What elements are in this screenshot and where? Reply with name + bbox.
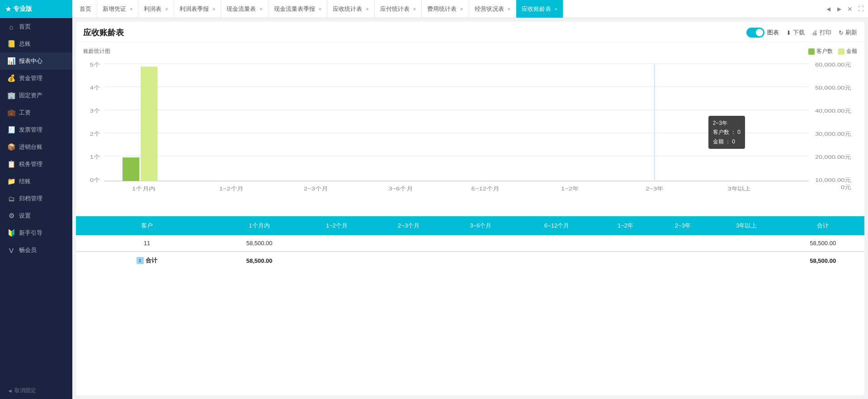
- tab-biz[interactable]: 经营状况表×: [469, 0, 516, 18]
- svg-text:40,000.00元: 40,000.00元: [815, 108, 851, 114]
- svg-text:3年以上: 3年以上: [728, 186, 751, 192]
- col-month23: 2~3个月: [373, 216, 445, 235]
- sidebar-item-label: 新手引导: [19, 229, 42, 237]
- sidebar-item-settings[interactable]: ⚙设置: [0, 207, 72, 224]
- footer-cell-2: [301, 252, 373, 269]
- total-icon: Σ: [137, 257, 144, 264]
- table-header-row: 客户 1个月内 1~2个月 2~3个月 3~6个月 6~12个月 1~2年 2~…: [76, 216, 864, 235]
- sidebar-item-reports[interactable]: 📊报表中心: [0, 52, 72, 70]
- col-year23: 2~3年: [654, 216, 712, 235]
- svg-text:2个: 2个: [90, 131, 100, 137]
- chart-title: 账龄统计图: [83, 48, 857, 55]
- svg-text:60,000.00元: 60,000.00元: [815, 62, 851, 68]
- close-tab-cashflow_q-button[interactable]: ×: [319, 6, 321, 12]
- close-tab-voucher-button[interactable]: ×: [130, 6, 132, 12]
- tab-label-ar_aging: 应收账龄表: [522, 5, 551, 13]
- close-tab-ap_stat-button[interactable]: ×: [413, 6, 416, 12]
- table-cell-r0-c7: [654, 235, 712, 252]
- bar-customer-month1: [123, 157, 139, 181]
- sidebar-item-label: 归档管理: [19, 195, 42, 203]
- logo-icon: ★: [5, 5, 11, 13]
- tab-prev-button[interactable]: ◀: [823, 0, 834, 18]
- sidebar-item-label: 结账: [19, 177, 31, 185]
- sidebar-item-ledger[interactable]: 📒总账: [0, 35, 72, 52]
- tab-ar_stat[interactable]: 应收统计表×: [327, 0, 374, 18]
- sidebar-item-label: 畅会员: [19, 246, 37, 254]
- footer-cell-9: 58,500.00: [781, 252, 864, 269]
- bar-amount-month1: [141, 66, 157, 181]
- funds-icon: 💰: [7, 74, 15, 82]
- tab-ap_stat[interactable]: 应付统计表×: [375, 0, 422, 18]
- sidebar-item-label: 报表中心: [19, 57, 42, 65]
- tab-voucher[interactable]: 新增凭证×: [97, 0, 138, 18]
- tab-profit_q[interactable]: 利润表季报×: [174, 0, 221, 18]
- settings-icon: ⚙: [7, 212, 15, 220]
- tab-cashflow_q[interactable]: 现金流量表季报×: [269, 0, 327, 18]
- legend-customer-dot: [808, 48, 815, 55]
- sidebar-item-label: 工资: [19, 109, 31, 117]
- sidebar-item-tax[interactable]: 📋税务管理: [0, 156, 72, 173]
- tab-next-button[interactable]: ▶: [834, 0, 844, 18]
- collapse-sidebar-button[interactable]: ◄ 取消固定: [0, 382, 72, 399]
- total-label: Σ 合计: [137, 256, 157, 265]
- footer-cell-0: Σ 合计: [76, 252, 218, 269]
- chart-container: 5个 4个 3个 2个 1个 0个 60,000.00元 50,000.00元 …: [83, 57, 857, 211]
- close-tab-expense-button[interactable]: ×: [460, 6, 463, 12]
- ledger-icon: 📒: [7, 40, 15, 48]
- tab-expense[interactable]: 费用统计表×: [422, 0, 469, 18]
- download-icon: ⬇: [786, 29, 791, 36]
- close-tab-profit-button[interactable]: ×: [165, 6, 168, 12]
- close-tab-ar_aging-button[interactable]: ×: [555, 6, 557, 12]
- page-title: 应收账龄表: [83, 27, 124, 38]
- tab-profit[interactable]: 利润表×: [138, 0, 174, 18]
- sidebar-item-member[interactable]: V畅会员: [0, 242, 72, 259]
- close-tab-cashflow-button[interactable]: ×: [259, 6, 262, 12]
- refresh-button[interactable]: ↻ 刷新: [839, 28, 857, 37]
- sidebar-item-payroll[interactable]: 💼工资: [0, 104, 72, 121]
- tab-ar_aging[interactable]: 应收账龄表×: [516, 0, 563, 18]
- reports-icon: 📊: [7, 57, 15, 65]
- chart-toggle[interactable]: [746, 28, 764, 38]
- col-month1: 1个月内: [218, 216, 301, 235]
- table-cell-r0-c8: [712, 235, 782, 252]
- close-all-tabs-button[interactable]: ✕: [844, 0, 855, 18]
- close-tab-ar_stat-button[interactable]: ×: [366, 6, 368, 12]
- sidebar-item-guide[interactable]: 🔰新手引导: [0, 224, 72, 242]
- sidebar-item-label: 税务管理: [19, 160, 42, 168]
- tab-label-expense: 费用统计表: [427, 5, 457, 13]
- tab-home[interactable]: 首页: [74, 0, 97, 18]
- sidebar-item-funds[interactable]: 💰资金管理: [0, 70, 72, 87]
- tab-label-voucher: 新增凭证: [103, 5, 126, 13]
- svg-text:1个月内: 1个月内: [132, 186, 155, 192]
- sidebar-item-home[interactable]: ⌂首页: [0, 18, 72, 35]
- main-area: 首页新增凭证×利润表×利润表季报×现金流量表×现金流量表季报×应收统计表×应付统…: [72, 0, 868, 399]
- sidebar-item-inout[interactable]: 📦进销台账: [0, 138, 72, 156]
- close-tab-biz-button[interactable]: ×: [508, 6, 510, 12]
- sidebar-item-assets[interactable]: 🏢固定资产: [0, 87, 72, 104]
- print-button[interactable]: 🖨 打印: [812, 28, 831, 37]
- close-tab-profit_q-button[interactable]: ×: [212, 6, 215, 12]
- expand-button[interactable]: ⛶: [855, 0, 866, 18]
- sidebar-item-label: 固定资产: [19, 91, 42, 100]
- tab-label-biz: 经营状况表: [475, 5, 504, 13]
- sidebar-item-archive[interactable]: 🗂归档管理: [0, 190, 72, 207]
- svg-text:3个: 3个: [90, 108, 100, 114]
- svg-text:10,000.00元: 10,000.00元: [815, 177, 851, 183]
- home-icon: ⌂: [7, 23, 15, 31]
- table-cell-r0-c3: [373, 235, 445, 252]
- footer-cell-4: [445, 252, 517, 269]
- tab-label-profit: 利润表: [144, 5, 161, 13]
- sidebar-item-settlement[interactable]: 📁结账: [0, 173, 72, 190]
- member-icon: V: [7, 247, 15, 254]
- tab-cashflow[interactable]: 现金流量表×: [221, 0, 268, 18]
- archive-icon: 🗂: [7, 195, 15, 203]
- svg-text:1个: 1个: [90, 154, 100, 160]
- tab-label-ar_stat: 应收统计表: [333, 5, 362, 13]
- sidebar-item-invoice[interactable]: 🧾发票管理: [0, 121, 72, 138]
- invoice-icon: 🧾: [7, 126, 15, 134]
- download-button[interactable]: ⬇ 下载: [786, 28, 805, 37]
- inout-icon: 📦: [7, 143, 15, 151]
- table-cell-r0-c2: [301, 235, 373, 252]
- col-total: 合计: [781, 216, 864, 235]
- sidebar-item-label: 首页: [19, 23, 31, 31]
